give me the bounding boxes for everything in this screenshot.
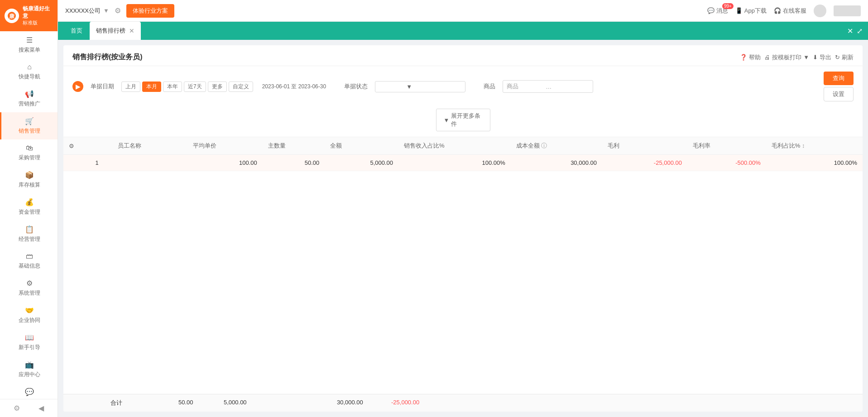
tab-sales-ranking[interactable]: 销售排行榜 ✕ bbox=[90, 22, 141, 40]
page-header: 销售排行榜(按业务员) ❓ 帮助 🖨 按模板打印 ▼ ⬇ 导出 bbox=[63, 45, 863, 66]
topbar-right: 💬 消息 99+ 📱 App下载 🎧 在线客服 bbox=[707, 5, 861, 17]
collapse-icon[interactable]: ◀ bbox=[38, 404, 44, 412]
date-btn-prev-month[interactable]: 上月 bbox=[121, 81, 140, 92]
print-icon: 🖨 bbox=[764, 54, 770, 61]
app-download-btn[interactable]: 📱 App下载 bbox=[735, 7, 767, 15]
date-btn-custom[interactable]: 自定义 bbox=[229, 81, 253, 92]
restore-icon[interactable]: ⤢ bbox=[857, 27, 863, 35]
sidebar-item-marketing[interactable]: 📢 营销推广 bbox=[0, 85, 58, 112]
user-name bbox=[834, 5, 861, 16]
expand-icon: ▼ bbox=[444, 117, 450, 124]
company-name: XXXXXX公司 bbox=[65, 7, 101, 15]
sales-ranking-table: ⚙ 员工名称 平均单价 主数量 全额 销售收入占比% 成本全额 ⓘ 毛利 bbox=[63, 137, 863, 171]
export-icon: ⬇ bbox=[813, 54, 818, 61]
refresh-btn[interactable]: ↻ 刷新 bbox=[835, 53, 854, 62]
finance-icon: 💰 bbox=[25, 198, 34, 206]
sidebar-item-finance[interactable]: 💰 资金管理 bbox=[0, 193, 58, 220]
date-btn-more[interactable]: 更多 bbox=[208, 81, 227, 92]
footer-sales-pct bbox=[273, 399, 331, 407]
print-btn[interactable]: 🖨 按模板打印 ▼ bbox=[764, 53, 809, 62]
filter-toggle-btn[interactable]: ▶ bbox=[72, 81, 83, 92]
td-amount: 5,000.00 bbox=[325, 155, 398, 171]
th-amount: 全额 bbox=[325, 137, 398, 155]
operation-icon: 📋 bbox=[25, 225, 34, 234]
date-btn-group: 上月 本月 本年 近7天 更多 自定义 bbox=[121, 81, 253, 92]
status-select[interactable]: ▼ bbox=[375, 81, 465, 92]
expand-more-conditions-btn[interactable]: ▼ 展开更多条件 bbox=[436, 109, 490, 131]
th-gross-pct: 毛利占比% ↕ bbox=[766, 137, 863, 155]
guide-icon: 📖 bbox=[25, 333, 34, 342]
sidebar-item-purchase[interactable]: 🛍 采购管理 bbox=[0, 139, 58, 166]
help-btn[interactable]: ❓ 帮助 bbox=[740, 53, 761, 62]
table-footer: 合计 50.00 5,000.00 30,000.00 -25,000.00 bbox=[63, 394, 863, 412]
cooperation-icon: 🤝 bbox=[25, 306, 34, 315]
query-button[interactable]: 查询 bbox=[824, 72, 854, 85]
logo-icon: 康 bbox=[5, 9, 19, 23]
th-avg-price: 平均单价 bbox=[187, 137, 263, 155]
inventory-icon: 📦 bbox=[25, 171, 34, 179]
sidebar-item-app-center[interactable]: 📺 应用中心 bbox=[0, 356, 58, 383]
sidebar-item-guide[interactable]: 📖 新手引导 bbox=[0, 329, 58, 356]
marketing-icon: 📢 bbox=[25, 90, 34, 98]
sidebar-item-quick-nav[interactable]: ⌂ 快捷导航 bbox=[0, 58, 58, 85]
purchase-icon: 🛍 bbox=[26, 144, 33, 152]
footer-amount: 5,000.00 bbox=[218, 399, 273, 407]
sidebar-item-cooperation[interactable]: 🤝 企业协同 bbox=[0, 302, 58, 329]
filter-row-1: ▶ 单据日期 上月 本月 本年 近7天 更多 自定义 2023-06-01 至 … bbox=[72, 72, 854, 101]
online-service-btn[interactable]: 🎧 在线客服 bbox=[774, 7, 806, 15]
footer-label bbox=[69, 399, 105, 407]
table-header-row: ⚙ 员工名称 平均单价 主数量 全额 销售收入占比% 成本全额 ⓘ 毛利 bbox=[63, 137, 863, 155]
content-area: 销售排行榜(按业务员) ❓ 帮助 🖨 按模板打印 ▼ ⬇ 导出 bbox=[58, 40, 868, 417]
bottom-settings-icon[interactable]: ⚙ bbox=[14, 404, 20, 412]
sidebar-item-operation[interactable]: 📋 经营管理 bbox=[0, 220, 58, 248]
page-panel: 销售排行榜(按业务员) ❓ 帮助 🖨 按模板打印 ▼ ⬇ 导出 bbox=[63, 45, 863, 412]
sidebar-item-inventory[interactable]: 📦 库存核算 bbox=[0, 166, 58, 193]
date-btn-7days[interactable]: 近7天 bbox=[184, 81, 206, 92]
goods-select[interactable]: 商品 … bbox=[503, 80, 593, 93]
goods-filter-label: 商品 bbox=[484, 82, 495, 91]
th-cost: 成本全额 ⓘ bbox=[511, 137, 602, 155]
export-btn[interactable]: ⬇ 导出 bbox=[813, 53, 831, 62]
msg-badge: 99+ bbox=[722, 3, 734, 9]
chevron-down-icon: ▼ bbox=[103, 7, 109, 14]
th-qty: 主数量 bbox=[263, 137, 325, 155]
industry-btn[interactable]: 体验行业方案 bbox=[126, 4, 174, 18]
td-employee bbox=[112, 155, 187, 171]
sidebar-item-search-order[interactable]: ☰ 搜索菜单 bbox=[0, 31, 58, 58]
sidebar-item-sales[interactable]: 🛒 销售管理 bbox=[0, 112, 58, 139]
more-options-icon: … bbox=[546, 83, 551, 90]
system-icon: ⚙ bbox=[26, 279, 33, 288]
date-btn-current-year[interactable]: 本年 bbox=[163, 81, 182, 92]
th-gross: 毛利 bbox=[602, 137, 687, 155]
message-btn[interactable]: 💬 消息 99+ bbox=[707, 7, 728, 15]
company-selector[interactable]: XXXXXX公司 ▼ bbox=[65, 7, 109, 15]
tab-close-icon[interactable]: ✕ bbox=[129, 27, 134, 34]
footer-qty: 50.00 bbox=[173, 399, 218, 407]
close-all-tabs-icon[interactable]: ✕ bbox=[847, 27, 853, 35]
page-title: 销售排行榜(按业务员) bbox=[72, 53, 740, 62]
date-btn-current-month[interactable]: 本月 bbox=[142, 81, 161, 92]
td-qty: 50.00 bbox=[263, 155, 325, 171]
footer-label-text: 合计 bbox=[105, 399, 128, 407]
footer-gross: -25,000.00 bbox=[386, 399, 425, 407]
sidebar-item-system[interactable]: ⚙ 系统管理 bbox=[0, 274, 58, 302]
avatar[interactable] bbox=[814, 5, 826, 17]
footer-cost: 30,000.00 bbox=[331, 399, 386, 407]
date-filter-label: 单据日期 bbox=[91, 82, 114, 91]
sidebar-item-wechat[interactable]: 💬 企业微信 bbox=[0, 383, 58, 399]
tab-home[interactable]: 首页 bbox=[63, 22, 90, 40]
settings-gear-icon[interactable]: ⚙ bbox=[115, 6, 121, 15]
sidebar-item-basic-info[interactable]: 🗃 基础信息 bbox=[0, 248, 58, 274]
basic-info-icon: 🗃 bbox=[26, 252, 33, 260]
sidebar-logo: 康 畅康通好生意 标准版 bbox=[0, 0, 58, 31]
date-range-display: 2023-06-01 至 2023-06-30 bbox=[262, 83, 326, 91]
search-order-icon: ☰ bbox=[26, 36, 33, 44]
th-settings[interactable]: ⚙ bbox=[63, 137, 82, 155]
td-gross-rate: -500.00% bbox=[687, 155, 766, 171]
svg-text:康: 康 bbox=[9, 13, 15, 19]
settings-button[interactable]: 设置 bbox=[824, 87, 854, 101]
refresh-icon: ↻ bbox=[835, 54, 840, 61]
status-filter-label: 单据状态 bbox=[344, 82, 368, 91]
home-icon: ⌂ bbox=[27, 63, 32, 71]
th-rank bbox=[82, 137, 112, 155]
